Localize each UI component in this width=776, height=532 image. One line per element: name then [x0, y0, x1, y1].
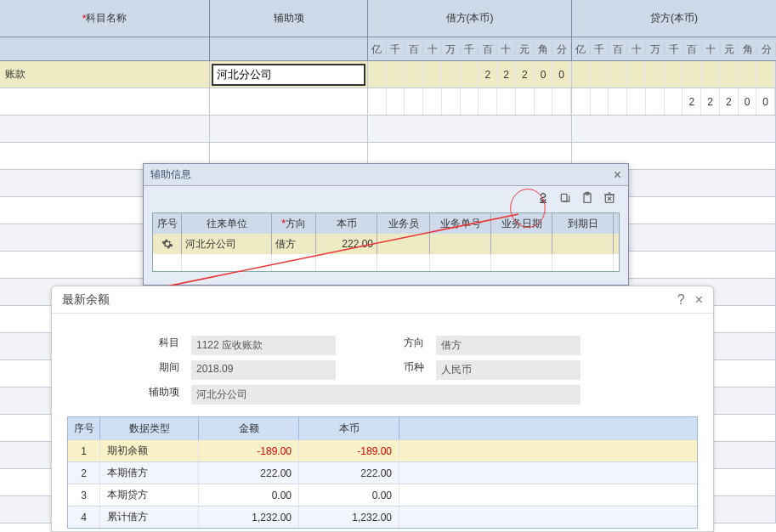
label-assist: 辅助项	[103, 385, 179, 405]
bal-amt: 1,232.00	[199, 507, 299, 528]
voucher-assist-input[interactable]	[212, 64, 365, 86]
bal-idx: 2	[68, 462, 100, 484]
col-assist-label: 辅助项	[210, 0, 368, 37]
voucher-subject-cell[interactable]: 账款	[0, 61, 210, 88]
col-credit-label: 贷方(本币)	[572, 0, 776, 37]
col-subject-label: 科目名称	[86, 11, 127, 25]
aux-head-amt: 本币	[316, 213, 377, 234]
voucher-subject-cell[interactable]	[0, 88, 210, 115]
field-currency: 人民币	[436, 360, 581, 380]
balance-icon[interactable]	[536, 191, 550, 207]
field-period: 2018.09	[191, 360, 336, 380]
aux-table-row[interactable]: 河北分公司 借方 222.00	[153, 234, 619, 254]
voucher-credit-cell[interactable]: 22200	[572, 88, 776, 115]
bal-lcy: 0.00	[299, 484, 399, 506]
bal-head-type: 数据类型	[100, 417, 199, 439]
bal-type: 累计借方	[100, 507, 199, 528]
balance-table-row[interactable]: 2本期借方222.00222.00	[68, 461, 697, 484]
balance-table-row[interactable]: 4累计借方1,232.001,232.00	[68, 506, 697, 528]
voucher-credit-cell[interactable]	[572, 61, 776, 88]
close-icon[interactable]: ×	[614, 167, 621, 183]
bal-type: 本期贷方	[100, 484, 199, 506]
bal-type: 本期借方	[100, 462, 199, 484]
aux-head-due: 到期日	[552, 213, 614, 234]
aux-head-dir: *方向	[272, 213, 316, 234]
field-assist: 河北分公司	[191, 385, 581, 405]
paste-icon[interactable]	[581, 191, 594, 207]
delete-icon[interactable]	[603, 191, 616, 207]
aux-bill-cell[interactable]	[430, 234, 491, 254]
bal-lcy: 222.00	[299, 462, 399, 484]
voucher-row-1[interactable]: 账款 22200	[0, 61, 776, 88]
balance-table: 序号 数据类型 金额 本币 1期初余额-189.00-189.002本期借方22…	[67, 416, 698, 529]
label-period: 期间	[103, 360, 179, 380]
balance-table-row[interactable]: 1期初余额-189.00-189.00	[68, 439, 697, 461]
bal-head-idx: 序号	[68, 417, 100, 439]
svg-rect-0	[561, 194, 567, 201]
aux-toolbar	[144, 186, 628, 211]
copy-icon[interactable]	[558, 191, 572, 207]
aux-table: 序号 往来单位 *方向 本币 业务员 业务单号 业务日期 到期日 河北分公司 借…	[152, 212, 620, 272]
aux-head-bill: 业务单号	[430, 213, 491, 234]
bal-idx: 3	[68, 484, 100, 506]
panel-form: 科目 1122 应收账款 方向 借方 期间 2018.09 币种 人民币 辅助项…	[52, 314, 713, 411]
gear-icon[interactable]	[153, 234, 182, 254]
label-subject: 科目	[103, 336, 179, 355]
aux-table-row-empty[interactable]	[153, 254, 619, 271]
balance-table-row[interactable]: 3本期贷方0.000.00	[68, 484, 697, 506]
col-debit-label: 借方(本币)	[368, 0, 572, 37]
bal-idx: 4	[68, 507, 100, 528]
voucher-row-empty[interactable]	[0, 116, 776, 143]
voucher-debit-cell[interactable]	[368, 88, 572, 115]
aux-emp-cell[interactable]	[377, 234, 430, 254]
aux-amt-cell[interactable]: 222.00	[316, 234, 377, 254]
voucher-grid-header: * 科目名称 辅助项 借方(本币) 贷方(本币)	[0, 0, 776, 37]
aux-window-titlebar[interactable]: 辅助信息 ×	[144, 164, 628, 186]
aux-head-bdate: 业务日期	[491, 213, 552, 234]
latest-balance-panel: 最新余额 ? × 科目 1122 应收账款 方向 借方 期间 2018.09 币…	[51, 286, 714, 532]
aux-head-unit: 往来单位	[182, 213, 272, 234]
voucher-debit-cell[interactable]: 22200	[368, 61, 572, 88]
voucher-row-2[interactable]: 22200	[0, 88, 776, 116]
bal-head-lcy: 本币	[299, 417, 399, 439]
aux-window-title: 辅助信息	[150, 167, 191, 182]
aux-head-idx: 序号	[153, 213, 182, 234]
close-icon[interactable]: ×	[695, 292, 703, 308]
help-icon[interactable]: ?	[677, 292, 685, 308]
panel-titlebar[interactable]: 最新余额 ? ×	[52, 286, 713, 314]
bal-idx: 1	[68, 440, 100, 461]
label-currency: 币种	[348, 360, 424, 380]
voucher-digit-header: 亿千百十万千百十元角分 亿千百十万千百十元角分	[0, 37, 776, 61]
aux-due-cell[interactable]	[552, 234, 614, 254]
field-subject: 1122 应收账款	[191, 336, 336, 355]
voucher-assist-cell[interactable]	[210, 88, 368, 115]
field-direction: 借方	[436, 336, 581, 355]
bal-head-amt: 金额	[199, 417, 299, 439]
panel-title: 最新余额	[62, 292, 110, 308]
label-direction: 方向	[348, 336, 424, 355]
balance-table-header: 序号 数据类型 金额 本币	[68, 417, 697, 439]
aux-bdate-cell[interactable]	[491, 234, 552, 254]
aux-info-window: 辅助信息 × 序号 往来单位 *方向 本币 业务员 业务单号 业务日期 到期日 …	[143, 163, 629, 286]
aux-unit-cell[interactable]: 河北分公司	[182, 234, 272, 254]
bal-lcy: 1,232.00	[299, 507, 399, 528]
aux-head-emp: 业务员	[377, 213, 430, 234]
bal-type: 期初余额	[100, 440, 199, 461]
bal-amt: -189.00	[199, 440, 299, 461]
bal-amt: 222.00	[199, 462, 299, 484]
bal-amt: 0.00	[199, 484, 299, 506]
bal-lcy: -189.00	[299, 440, 399, 461]
aux-table-header: 序号 往来单位 *方向 本币 业务员 业务单号 业务日期 到期日	[153, 213, 619, 234]
aux-dir-cell[interactable]: 借方	[272, 234, 316, 254]
